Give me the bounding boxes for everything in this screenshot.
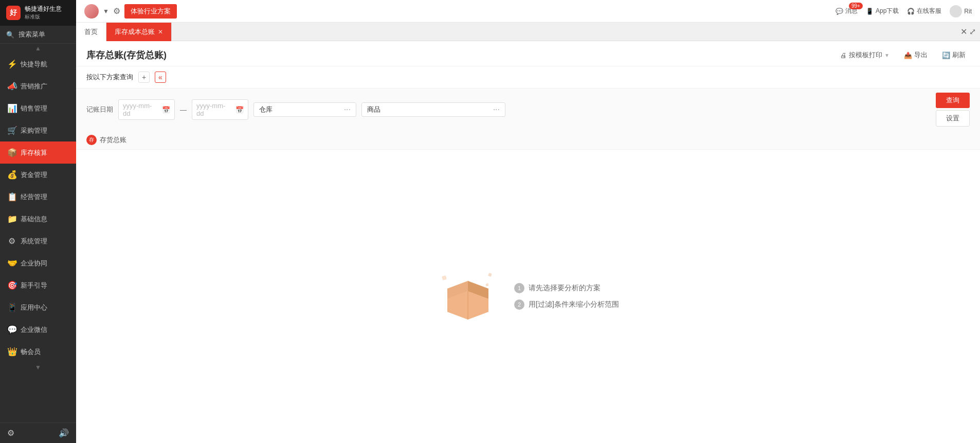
- sidebar-item-newbie[interactable]: 🎯 新手引导: [0, 274, 76, 296]
- search-menu-label: 搜索菜单: [19, 30, 45, 39]
- warehouse-select[interactable]: 仓库 ···: [253, 102, 356, 117]
- tip-text-2: 用[过滤]条件来缩小分析范围: [529, 300, 619, 309]
- system-icon: ⚙: [7, 236, 16, 246]
- date-to-input[interactable]: yyyy-mm-dd 📅: [192, 99, 248, 120]
- chevron-down-icon[interactable]: ▼: [103, 8, 109, 15]
- sidebar-item-label: 系统管理: [21, 237, 47, 246]
- message-badge: 99+: [849, 3, 863, 9]
- username-label: Rit: [964, 8, 972, 15]
- member-icon: 👑: [7, 347, 16, 357]
- sidebar-item-quick-nav[interactable]: ⚡ 快捷导航: [0, 53, 76, 75]
- tab-inventory-cost[interactable]: 库存成本总账 ✕: [106, 23, 172, 41]
- logo-icon: 好: [6, 6, 21, 20]
- online-support-btn[interactable]: 🎧 在线客服: [907, 7, 941, 15]
- industry-btn[interactable]: 体验行业方案: [124, 4, 177, 19]
- sidebar-logo: 好 畅捷通好生意 标准版: [0, 0, 76, 26]
- svg-rect-7: [486, 283, 489, 287]
- expand-panel-icon[interactable]: ⤢: [969, 27, 976, 37]
- filter-bar: 按以下方案查询 + «: [76, 66, 980, 88]
- tab-close-icon[interactable]: ✕: [158, 28, 163, 36]
- sidebar-item-operations[interactable]: 📋 经营管理: [0, 186, 76, 208]
- app-download-label: App下载: [876, 7, 899, 15]
- sidebar-item-system[interactable]: ⚙ 系统管理: [0, 230, 76, 252]
- print-btn[interactable]: 🖨 按模板打印 ▼: [836, 48, 894, 62]
- search-menu[interactable]: 🔍 搜索菜单: [0, 26, 76, 44]
- empty-tip-2: 2 用[过滤]条件来缩小分析范围: [514, 299, 619, 310]
- tab-home[interactable]: 首页: [76, 23, 106, 41]
- sidebar-item-inventory[interactable]: 📦 库存核算: [0, 141, 76, 164]
- scheme-icon: 存: [86, 135, 97, 145]
- goods-more-icon[interactable]: ···: [493, 105, 500, 114]
- empty-illustration: [437, 265, 499, 327]
- app-badge: 标准版: [25, 13, 62, 21]
- app-download-btn[interactable]: 📱 App下载: [866, 7, 899, 15]
- sidebar-item-enterprise[interactable]: 🤝 企业协同: [0, 252, 76, 274]
- date-label: 记账日期: [86, 105, 113, 114]
- main-content: ▼ ⚙ 体验行业方案 💬 消息 99+ 📱 App下载 🎧 在线客服 Rit: [76, 0, 980, 443]
- inventory-icon: 📦: [7, 148, 16, 157]
- phone-icon: 📱: [866, 8, 874, 15]
- refresh-icon: 🔄: [942, 51, 950, 59]
- message-icon: 💬: [836, 8, 843, 15]
- sidebar-item-basic-info[interactable]: 📁 基础信息: [0, 208, 76, 230]
- sidebar-item-label: 采购管理: [21, 126, 47, 135]
- speaker-icon[interactable]: 🔊: [59, 428, 69, 438]
- tab-bar: 首页 库存成本总账 ✕ ✕ ⤢: [76, 23, 980, 41]
- sidebar-item-label: 库存核算: [21, 148, 47, 157]
- search-icon: 🔍: [6, 31, 14, 39]
- sidebar-item-app-center[interactable]: 📱 应用中心: [0, 296, 76, 318]
- sidebar-item-finance[interactable]: 💰 资金管理: [0, 164, 76, 186]
- sidebar-item-purchase[interactable]: 🛒 采购管理: [0, 119, 76, 141]
- date-from-input[interactable]: yyyy-mm-dd 📅: [118, 99, 175, 120]
- sidebar-item-sales[interactable]: 📊 销售管理: [0, 97, 76, 119]
- svg-rect-5: [442, 275, 447, 280]
- refresh-btn[interactable]: 🔄 刷新: [938, 48, 970, 62]
- date-to-placeholder: yyyy-mm-dd: [196, 102, 231, 117]
- quick-nav-icon: ⚡: [7, 59, 16, 69]
- message-btn[interactable]: 💬 消息 99+: [836, 7, 858, 15]
- calendar-from-icon[interactable]: 📅: [162, 106, 170, 114]
- sidebar-item-member[interactable]: 👑 畅会员: [0, 341, 76, 363]
- sidebar-nav: ▲ ⚡ 快捷导航 📣 营销推广 📊 销售管理 🛒 采购管理 📦 库存核算 💰 资…: [0, 44, 76, 422]
- calendar-to-icon[interactable]: 📅: [235, 106, 244, 114]
- filter-add-btn[interactable]: +: [138, 72, 150, 83]
- date-separator: —: [180, 106, 187, 114]
- avatar: [84, 4, 99, 19]
- user-avatar: [950, 5, 962, 17]
- page-header-actions: 🖨 按模板打印 ▼ 📤 导出 🔄 刷新: [836, 48, 970, 62]
- scheme-item-inventory[interactable]: 存 存货总账: [86, 135, 126, 145]
- filter-label: 按以下方案查询: [86, 73, 133, 82]
- export-label: 导出: [914, 50, 928, 60]
- sidebar-item-wechat[interactable]: 💬 企业微信: [0, 318, 76, 341]
- app-center-icon: 📱: [7, 303, 16, 312]
- scroll-up-indicator: ▲: [0, 44, 76, 53]
- print-dropdown-icon[interactable]: ▼: [884, 52, 890, 58]
- close-panel-icon[interactable]: ✕: [960, 27, 967, 37]
- inventory-tab-label: 库存成本总账: [115, 27, 155, 37]
- settings-footer-icon[interactable]: ⚙: [7, 428, 14, 438]
- online-support-label: 在线客服: [917, 7, 941, 15]
- newbie-icon: 🎯: [7, 280, 16, 290]
- sidebar: 好 畅捷通好生意 标准版 🔍 搜索菜单 ▲ ⚡ 快捷导航 📣 营销推广 📊 销售…: [0, 0, 76, 443]
- goods-select[interactable]: 商品 ···: [361, 102, 505, 117]
- sidebar-item-label: 应用中心: [21, 303, 47, 312]
- warehouse-more-icon[interactable]: ···: [344, 105, 351, 114]
- breadcrumb-area: ▼ ⚙ 体验行业方案: [84, 4, 829, 19]
- top-header: ▼ ⚙ 体验行业方案 💬 消息 99+ 📱 App下载 🎧 在线客服 Rit: [76, 0, 980, 23]
- user-profile-btn[interactable]: Rit: [950, 5, 972, 17]
- home-tab-label: 首页: [84, 27, 98, 37]
- sidebar-item-label: 营销推广: [21, 82, 47, 91]
- export-btn[interactable]: 📤 导出: [900, 48, 932, 62]
- settings-btn[interactable]: 设置: [936, 110, 970, 127]
- gear-icon[interactable]: ⚙: [113, 6, 120, 16]
- filter-actions-right: 查询 设置: [936, 93, 970, 127]
- page-header: 库存总账(存货总账) 🖨 按模板打印 ▼ 📤 导出 🔄 刷新: [76, 41, 980, 66]
- empty-tips: 1 请先选择要分析的方案 2 用[过滤]条件来缩小分析范围: [514, 283, 619, 310]
- empty-box: 1 请先选择要分析的方案 2 用[过滤]条件来缩小分析范围: [437, 265, 619, 327]
- refresh-label: 刷新: [952, 50, 966, 60]
- filter-collapse-btn[interactable]: «: [155, 72, 166, 83]
- print-icon: 🖨: [840, 51, 847, 59]
- sidebar-item-marketing[interactable]: 📣 营销推广: [0, 75, 76, 97]
- empty-tip-1: 1 请先选择要分析的方案: [514, 283, 619, 293]
- query-btn[interactable]: 查询: [936, 93, 970, 108]
